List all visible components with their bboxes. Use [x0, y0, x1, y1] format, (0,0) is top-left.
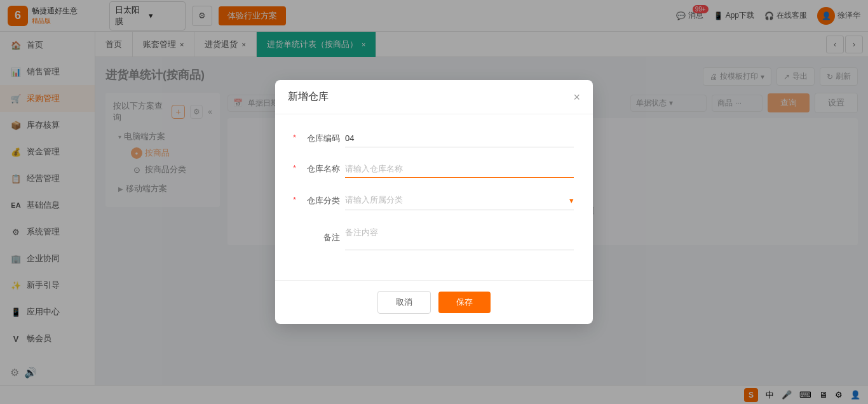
- code-label: 仓库编码: [294, 133, 345, 144]
- code-control: [345, 130, 574, 147]
- form-row-code: 仓库编码: [294, 130, 574, 147]
- category-control: 请输入所属分类 ▾: [345, 191, 574, 210]
- form-row-category: 仓库分类 请输入所属分类 ▾: [294, 191, 574, 210]
- remark-label: 备注: [294, 232, 345, 243]
- category-chevron-icon: ▾: [569, 196, 574, 205]
- modal-title: 新增仓库: [288, 90, 329, 104]
- save-button[interactable]: 保存: [438, 292, 491, 313]
- modal-footer: 取消 保存: [275, 280, 593, 324]
- remark-textarea[interactable]: [345, 223, 574, 250]
- form-row-name: 仓库名称: [294, 160, 574, 178]
- modal-body: 仓库编码 仓库名称 仓库分类 请输入所属分类 ▾: [275, 114, 593, 280]
- modal-overlay: 新增仓库 × 仓库编码 仓库名称 仓库分类: [0, 0, 868, 404]
- name-label: 仓库名称: [294, 163, 345, 175]
- new-warehouse-modal: 新增仓库 × 仓库编码 仓库名称 仓库分类: [275, 80, 593, 324]
- category-placeholder: 请输入所属分类: [345, 194, 403, 206]
- name-control: [345, 160, 574, 178]
- warehouse-name-input[interactable]: [345, 160, 574, 178]
- category-label: 仓库分类: [294, 195, 345, 206]
- modal-close-button[interactable]: ×: [573, 91, 580, 103]
- category-select[interactable]: 请输入所属分类 ▾: [345, 191, 574, 210]
- cancel-button[interactable]: 取消: [377, 291, 431, 314]
- form-row-remark: 备注: [294, 223, 574, 252]
- remark-control: [345, 223, 574, 252]
- warehouse-code-input[interactable]: [345, 130, 574, 147]
- modal-header: 新增仓库 ×: [275, 80, 593, 114]
